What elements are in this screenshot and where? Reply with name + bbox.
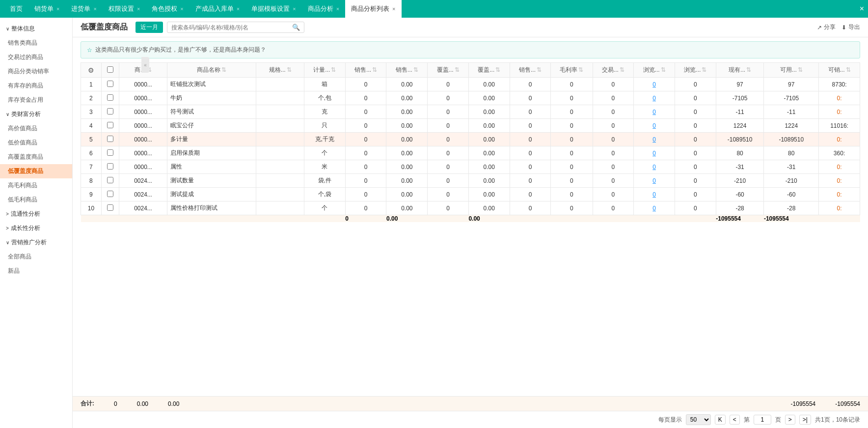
current-page-input[interactable] (754, 415, 771, 425)
tab-close-btn[interactable]: × (93, 6, 96, 12)
browse-link[interactable]: 0 (652, 109, 656, 115)
nav-tab[interactable]: 进货单× (65, 0, 102, 18)
nav-tab[interactable]: 产成品入库单× (190, 0, 245, 18)
last-page-btn[interactable]: >| (799, 415, 811, 425)
export-btn[interactable]: ⬇ 导出 (841, 23, 860, 31)
browse-link[interactable]: 0 (652, 164, 656, 171)
browse-link[interactable]: 0 (652, 136, 656, 143)
sort-icon[interactable]: ⇅ (221, 66, 226, 73)
sort-icon[interactable]: ⇅ (372, 66, 377, 73)
sidebar-item[interactable]: 新品 (0, 264, 72, 278)
sidebar-collapse-btn[interactable]: « (141, 57, 149, 73)
sort-icon[interactable]: ⇅ (455, 66, 460, 73)
prev-page-btn[interactable]: < (730, 415, 740, 425)
sort-icon[interactable]: ⇅ (620, 66, 624, 73)
sidebar-item[interactable]: 销售类商品 (0, 36, 72, 50)
close-all-tabs[interactable]: × (860, 4, 864, 13)
nav-tab[interactable]: 权限设置× (103, 0, 146, 18)
row-select-checkbox[interactable] (107, 136, 113, 142)
row-checkbox[interactable] (101, 105, 119, 119)
nav-tab[interactable]: 销货单× (28, 0, 65, 18)
sidebar-section-header[interactable]: ∨整体信息 (0, 22, 72, 36)
sort-icon[interactable]: ⇅ (331, 66, 336, 73)
sidebar-item[interactable]: 有库存的商品 (0, 79, 72, 93)
sidebar-section-header[interactable]: >成长性分析 (0, 221, 72, 235)
row-select-checkbox[interactable] (107, 94, 113, 101)
row-checkbox[interactable] (101, 133, 119, 146)
row-browse1: 0 (634, 133, 675, 146)
browse-link[interactable]: 0 (652, 122, 656, 129)
row-checkbox[interactable] (101, 188, 119, 201)
sort-icon[interactable]: ⇅ (287, 66, 292, 73)
nav-tab[interactable]: 单据模板设置× (245, 0, 301, 18)
row-checkbox[interactable] (101, 174, 119, 188)
table-column-header-gross_rate: 毛利率⇅ (551, 63, 593, 78)
next-page-btn[interactable]: > (785, 415, 795, 425)
sort-icon[interactable]: ⇅ (702, 66, 706, 73)
browse-link[interactable]: 0 (652, 191, 656, 198)
row-checkbox[interactable] (101, 78, 119, 91)
share-btn[interactable]: ↗ 分享 (817, 23, 836, 31)
tab-close-btn[interactable]: × (137, 6, 140, 12)
browse-link[interactable]: 0 (652, 95, 656, 102)
row-select-checkbox[interactable] (107, 149, 113, 156)
sort-icon[interactable]: ⇅ (495, 66, 500, 73)
period-btn[interactable]: 近一月 (136, 22, 163, 33)
row-select-checkbox[interactable] (107, 108, 113, 114)
browse-link[interactable]: 0 (652, 177, 656, 184)
sidebar-section-header[interactable]: ∨营销推广分析 (0, 235, 72, 250)
search-input[interactable] (171, 24, 292, 31)
row-checkbox[interactable] (101, 201, 119, 215)
table-column-header-settings[interactable]: ⚙ (81, 63, 102, 78)
settings-icon[interactable]: ⚙ (88, 66, 94, 74)
tab-close-btn[interactable]: × (180, 6, 183, 12)
row-select-checkbox[interactable] (107, 191, 113, 197)
tab-close-btn[interactable]: × (336, 6, 339, 12)
sidebar-item[interactable]: 库存资金占用 (0, 93, 72, 107)
sidebar-item[interactable]: 高毛利商品 (0, 178, 72, 193)
sidebar-item[interactable]: 高覆盖度商品 (0, 150, 72, 164)
sidebar-item[interactable]: 低毛利商品 (0, 193, 72, 207)
sidebar-item[interactable]: 低覆盖度商品 (0, 164, 72, 178)
browse-link[interactable]: 0 (652, 205, 656, 212)
browse-link[interactable]: 0 (652, 81, 656, 88)
nav-tab[interactable]: 首页 (4, 0, 28, 18)
row-select-checkbox[interactable] (107, 177, 113, 183)
nav-tab[interactable]: 商品分析× (302, 0, 345, 18)
row-checkbox[interactable] (101, 146, 119, 160)
row-checkbox[interactable] (101, 91, 119, 105)
nav-tab[interactable]: 商品分析列表× (345, 0, 401, 18)
sidebar-item[interactable]: 高价值商品 (0, 121, 72, 136)
sort-icon[interactable]: ⇅ (537, 66, 542, 73)
nav-tab[interactable]: 角色授权× (146, 0, 189, 18)
page-size-select[interactable]: 2050100 (686, 414, 711, 425)
sidebar-item[interactable]: 全部商品 (0, 250, 72, 264)
sidebar-item[interactable]: 商品分类动销率 (0, 64, 72, 79)
sort-icon[interactable]: ⇅ (746, 66, 751, 73)
first-page-btn[interactable]: K (715, 415, 726, 425)
sidebar-item[interactable]: 交易过的商品 (0, 50, 72, 64)
sort-icon[interactable]: ⇅ (578, 66, 583, 73)
row-select-checkbox[interactable] (107, 122, 113, 128)
row-select-checkbox[interactable] (107, 81, 113, 87)
sidebar-item[interactable]: 低价值商品 (0, 136, 72, 150)
row-select-checkbox[interactable] (107, 204, 113, 211)
row-available: 97 (764, 78, 819, 91)
sort-icon[interactable]: ⇅ (661, 66, 666, 73)
row-checkbox[interactable] (101, 119, 119, 133)
table-wrapper[interactable]: ⚙商...⇅商品名称⇅规格...⇅计量...⇅销售...⇅销售...⇅覆盖...… (81, 62, 860, 396)
sort-icon[interactable]: ⇅ (798, 66, 803, 73)
tab-close-btn[interactable]: × (237, 6, 240, 12)
sidebar-section-header[interactable]: ∨类财富分析 (0, 107, 72, 121)
select-all-checkbox[interactable] (107, 66, 113, 73)
tab-close-btn[interactable]: × (293, 6, 296, 12)
row-checkbox[interactable] (101, 160, 119, 174)
sort-icon[interactable]: ⇅ (413, 66, 418, 73)
sidebar-section-header[interactable]: >流通性分析 (0, 207, 72, 221)
table-column-header-checkbox[interactable] (101, 63, 119, 78)
tab-close-btn[interactable]: × (392, 6, 395, 12)
tab-close-btn[interactable]: × (56, 6, 59, 12)
sort-icon[interactable]: ⇅ (846, 66, 851, 73)
browse-link[interactable]: 0 (652, 150, 656, 157)
row-select-checkbox[interactable] (107, 163, 113, 170)
